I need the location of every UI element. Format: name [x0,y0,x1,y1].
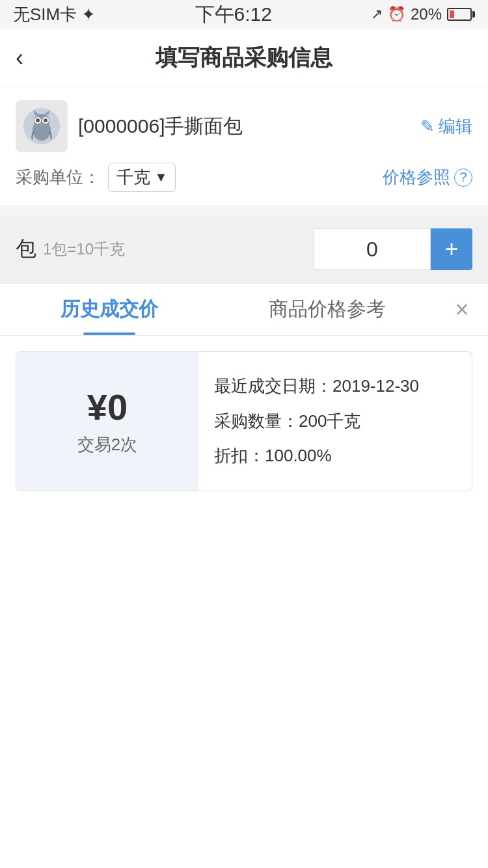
tab-active-indicator [83,332,135,335]
discount-row: 折扣：100.00% [214,442,456,470]
edit-icon: ✎ [420,116,435,137]
price-card-left: ¥0 交易2次 [16,352,198,491]
help-icon: ? [454,169,472,187]
product-header-left: [0000006]手撕面包 [16,100,243,152]
unit-select-button[interactable]: 千克 ▼ [108,163,176,192]
bottom-empty-area [0,507,488,868]
price-card-right: 最近成交日期：2019-12-30 采购数量：200千克 折扣：100.00% [198,352,472,491]
price-amount: ¥0 [87,386,128,428]
price-card-container: ¥0 交易2次 最近成交日期：2019-12-30 采购数量：200千克 折扣：… [0,336,488,507]
product-meta: 采购单位： 千克 ▼ 价格参照 ? [16,163,472,192]
status-carrier: 无SIM卡 ✦ [13,3,96,26]
quantity-plus-button[interactable]: + [431,228,472,270]
status-indicators: ↗ ⏰ 20% [371,5,475,23]
price-reference-button[interactable]: 价格参照 ? [383,166,472,189]
price-transactions: 交易2次 [77,433,137,456]
recent-date-row: 最近成交日期：2019-12-30 [214,373,456,400]
quantity-row: 采购数量：200千克 [214,408,456,435]
nav-bar: ‹ 填写商品采购信息 [0,29,488,87]
product-section: [0000006]手撕面包 ✎ 编辑 采购单位： 千克 ▼ 价格参照 ? [0,87,488,205]
alarm-icon: ⏰ [388,6,405,23]
quantity-control: 0 + [314,228,472,270]
battery-percent: 20% [411,5,442,23]
page-title: 填写商品采购信息 [156,43,332,73]
status-time: 下午6:12 [195,1,272,28]
product-name: [0000006]手撕面包 [78,113,243,140]
product-thumbnail [16,100,68,152]
battery-icon [447,8,475,21]
tab-bar: 历史成交价 商品价格参考 × [0,284,488,336]
status-bar: 无SIM卡 ✦ 下午6:12 ↗ ⏰ 20% [0,0,488,29]
chevron-down-icon: ▼ [154,170,167,185]
tab-section: 历史成交价 商品价格参考 × ¥0 交易2次 最近成交日期：2019-12-30 [0,283,488,868]
unit-selector-row: 采购单位： 千克 ▼ [16,163,176,192]
tab-history-price[interactable]: 历史成交价 [0,284,218,335]
tab-product-price-reference[interactable]: 商品价格参考 [218,284,436,335]
tab-close-button[interactable]: × [436,296,488,323]
location-icon: ↗ [371,6,383,23]
product-header: [0000006]手撕面包 ✎ 编辑 [16,100,472,152]
price-card: ¥0 交易2次 最近成交日期：2019-12-30 采购数量：200千克 折扣：… [16,351,472,491]
quantity-label: 包 1包=10千克 [16,235,125,264]
edit-button[interactable]: ✎ 编辑 [420,115,472,138]
svg-point-5 [36,118,40,122]
svg-point-6 [44,118,47,122]
quantity-section: 包 1包=10千克 0 + [0,215,488,283]
quantity-input[interactable]: 0 [314,228,431,270]
back-button[interactable]: ‹ [16,44,23,72]
carrier-text: 无SIM卡 ✦ [13,3,96,26]
product-image [22,107,61,146]
